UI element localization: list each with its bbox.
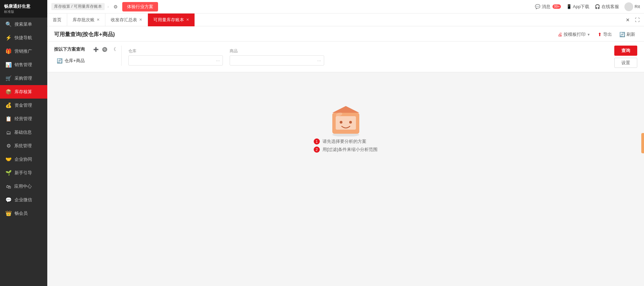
field-label-goods: 商品	[230, 48, 324, 54]
sidebar-item-enterprise[interactable]: 🤝企业协同	[0, 153, 47, 166]
tabs-bar: 首页库存批次账✕收发存汇总表✕可用量库存账本✕ ✕ ⛶	[47, 14, 644, 26]
empty-state-text: 1请先选择要分析的方案2用[过滤]条件来缩小分析范围	[314, 138, 378, 155]
tab-home[interactable]: 首页	[47, 14, 67, 26]
app-download-link[interactable]: 📱 App下载	[566, 4, 589, 10]
sales-icon: 📊	[5, 62, 12, 68]
purchase-icon: 🛒	[5, 75, 12, 81]
app-edition: 标准版	[4, 9, 43, 14]
headset-icon: 🎧	[595, 4, 600, 9]
collapse-scheme-button[interactable]: 《	[110, 46, 117, 53]
hint-text-1: 请先选择要分析的方案	[323, 138, 366, 145]
scheme-icon-warehouse-goods: 🔄	[57, 58, 62, 63]
scheme-title: 按以下方案查询	[54, 46, 85, 52]
app-logo: 畅康通好生意 标准版	[0, 0, 47, 18]
topbar-divider: ›	[107, 4, 109, 9]
hint-item-2: 2用[过滤]条件来缩小分析范围	[314, 147, 378, 153]
export-label: 导出	[603, 31, 612, 37]
field-label-warehouse: 仓库	[128, 48, 223, 54]
main-area: 库存核算 / 可用量库存账本 › ⚙ 体验行业方案 💬 消息 99+ 📱 App…	[47, 0, 644, 286]
refresh-icon: 🔄	[619, 32, 625, 37]
filter-right-panel: 仓库 ··· 商品 ··· 查询 设置	[122, 46, 637, 68]
experience-industry-button[interactable]: 体验行业方案	[122, 2, 158, 11]
tab-label-home: 首页	[53, 17, 61, 23]
svg-point-3	[340, 121, 342, 124]
close-tab-icon[interactable]: ✕	[624, 16, 632, 24]
sidebar-item-inventory[interactable]: 📦库存核算	[0, 85, 47, 99]
gear-icon[interactable]: ⚙	[111, 3, 120, 11]
field-input-warehouse[interactable]	[131, 58, 214, 63]
online-service-link[interactable]: 🎧 在线客服	[595, 4, 619, 10]
hint-text-2: 用[过滤]条件来缩小分析范围	[323, 147, 378, 153]
tab-close-summary[interactable]: ✕	[139, 18, 142, 22]
sidebar-label-appstore: 应用中心	[14, 183, 32, 189]
sidebar-label-enterprise: 企业协同	[15, 156, 32, 162]
tab-available[interactable]: 可用量库存账本✕	[148, 14, 195, 26]
sidebar-label-wxwork: 企业微信	[15, 197, 32, 203]
page-title: 可用量查询(按仓库+商品)	[54, 31, 115, 38]
operations-icon: 📋	[5, 116, 12, 122]
sidebar-item-system[interactable]: ⚙系统管理	[0, 139, 47, 153]
newbie-icon: 🌱	[5, 170, 12, 176]
sidebar-item-finance[interactable]: 💰资金管理	[0, 99, 47, 112]
print-icon: 🖨	[558, 32, 562, 37]
tab-close-batch[interactable]: ✕	[97, 18, 100, 22]
user-name: Rit	[635, 4, 640, 9]
field-dots-warehouse[interactable]: ···	[216, 58, 220, 63]
sidebar-item-appstore[interactable]: 🛍应用中心	[0, 180, 47, 193]
user-avatar-area[interactable]: Rit	[624, 2, 640, 11]
query-button[interactable]: 查询	[614, 46, 637, 56]
sidebar: 畅康通好生意 标准版 🔍搜索菜单⚡快捷导航🎁营销推广📊销售管理🛒采购管理📦库存核…	[0, 0, 47, 286]
online-service-label: 在线客服	[601, 4, 619, 9]
filter-scheme-header: 按以下方案查询 ➕ 🔘 《	[54, 46, 117, 53]
wxwork-icon: 💬	[5, 197, 12, 203]
breadcrumb: 库存核算 / 可用量库存账本	[51, 3, 105, 10]
sidebar-item-basic[interactable]: 🗂基础信息	[0, 126, 47, 139]
sidebar-item-operations[interactable]: 📋经营管理	[0, 112, 47, 126]
sidebar-item-sales[interactable]: 📊销售管理	[0, 58, 47, 72]
sidebar-item-search[interactable]: 🔍搜索菜单	[0, 18, 47, 31]
message-icon: 💬	[535, 4, 540, 9]
filter-right-actions: 查询 设置	[614, 46, 637, 68]
export-button[interactable]: ⬆ 导出	[596, 30, 614, 38]
add-scheme-button[interactable]: ➕	[92, 46, 100, 53]
tab-label-summary: 收发存汇总表	[111, 17, 137, 23]
settings-button[interactable]: 设置	[614, 58, 637, 68]
side-handle[interactable]	[641, 133, 644, 153]
topbar-right: 💬 消息 99+ 📱 App下载 🎧 在线客服 Rit	[535, 2, 640, 11]
page-header: 可用量查询(按仓库+商品) 🖨 按模板打印 ▼ ⬆ 导出 🔄 刷新	[47, 26, 644, 42]
tab-summary[interactable]: 收发存汇总表✕	[105, 14, 148, 26]
sidebar-item-marketing[interactable]: 🎁营销推广	[0, 45, 47, 58]
avatar	[624, 2, 633, 11]
system-icon: ⚙	[5, 143, 11, 149]
finance-icon: 💰	[5, 102, 12, 108]
expand-tab-icon[interactable]: ⛶	[633, 16, 641, 24]
sidebar-label-marketing: 营销推广	[15, 48, 32, 54]
refresh-button[interactable]: 🔄 刷新	[617, 30, 637, 38]
chevron-down-icon[interactable]: ▼	[587, 33, 590, 36]
hint-item-1: 1请先选择要分析的方案	[314, 138, 378, 145]
sidebar-item-quicknav[interactable]: ⚡快捷导航	[0, 31, 47, 45]
print-button[interactable]: 🖨 按模板打印 ▼	[556, 30, 592, 38]
message-notif[interactable]: 💬 消息 99+	[535, 4, 561, 10]
sidebar-item-member[interactable]: 👑畅会员	[0, 207, 47, 220]
tab-batch[interactable]: 库存批次账✕	[67, 14, 105, 26]
message-badge: 99+	[552, 4, 561, 9]
sidebar-item-purchase[interactable]: 🛒采购管理	[0, 72, 47, 85]
print-label: 按模板打印	[564, 31, 586, 37]
settings-scheme-button[interactable]: 🔘	[101, 46, 108, 53]
tab-close-available[interactable]: ✕	[186, 18, 189, 22]
sidebar-scroll: 🔍搜索菜单⚡快捷导航🎁营销推广📊销售管理🛒采购管理📦库存核算💰资金管理📋经营管理…	[0, 18, 47, 286]
sidebar-item-newbie[interactable]: 🌱新手引导	[0, 166, 47, 180]
hint-num-2: 2	[314, 147, 320, 153]
enterprise-icon: 🤝	[5, 156, 12, 162]
tab-label-batch: 库存批次账	[73, 17, 95, 23]
field-dots-goods[interactable]: ···	[317, 58, 321, 63]
sidebar-item-wxwork[interactable]: 💬企业微信	[0, 193, 47, 207]
field-input-goods[interactable]	[233, 58, 315, 63]
svg-point-4	[349, 121, 352, 124]
breadcrumb-text: 库存核算 / 可用量库存账本	[54, 4, 102, 9]
field-input-wrapper-goods: ···	[230, 55, 324, 66]
hint-num-1: 1	[314, 138, 320, 145]
scheme-item-warehouse-goods[interactable]: 🔄仓库+商品	[54, 56, 117, 66]
app-download-label: App下载	[573, 4, 589, 9]
